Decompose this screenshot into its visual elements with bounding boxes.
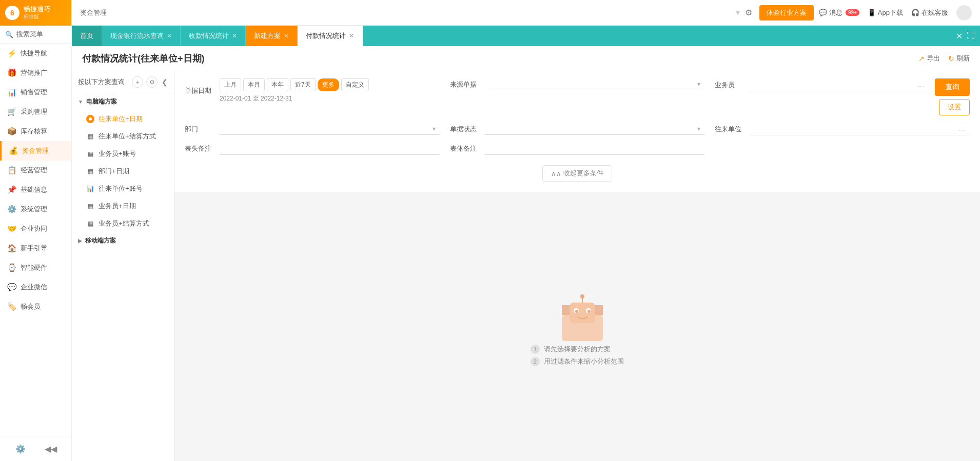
tab-home[interactable]: 首页: [72, 26, 102, 46]
online-service-button[interactable]: 🎧 在线客服: [911, 8, 948, 17]
scheme-panel-header: 按以下方案查询 ＋ ⚙ ❮: [72, 71, 174, 93]
sidebar-item-purchase-label: 采购管理: [21, 107, 47, 116]
scheme-item-unit-account-icon: 📊: [86, 185, 94, 193]
tab-payment-stats[interactable]: 付款情况统计 ✕: [298, 26, 363, 46]
filter-source-select[interactable]: ▾: [485, 78, 705, 90]
sidebar-title-wrap: 畅捷通巧 标准版: [24, 5, 50, 21]
filter-area: 单据日期 上月 本月 本年 近7天 更多 自定义 2022-01-01 至 20…: [174, 71, 980, 192]
filter-bodynote-input[interactable]: [485, 143, 705, 155]
date-last-month[interactable]: 上月: [220, 78, 241, 91]
sidebar-item-operation[interactable]: 📋 经营管理: [0, 161, 71, 180]
scheme-group-desktop[interactable]: ▼ 电脑端方案: [72, 93, 174, 110]
filter-dept-select[interactable]: ▾: [220, 123, 440, 135]
date-last-7days[interactable]: 近7天: [290, 78, 316, 91]
sidebar-item-sales[interactable]: 📊 销售管理: [0, 83, 71, 102]
sidebar-item-purchase[interactable]: 🛒 采购管理: [0, 102, 71, 122]
empty-hint-1-text: 请先选择要分析的方案: [544, 345, 611, 354]
payment-stats-tab-label: 付款情况统计: [306, 31, 346, 41]
sidebar-item-newbie[interactable]: 🏠 新手引导: [0, 238, 71, 258]
payment-stats-tab-close[interactable]: ✕: [349, 32, 354, 39]
filter-headnote-input[interactable]: [220, 143, 440, 155]
app-download-button[interactable]: 📱 App下载: [868, 8, 903, 17]
scheme-panel-icons: ＋ ⚙: [132, 76, 158, 88]
empty-hint-1: 1 请先选择要分析的方案: [531, 345, 624, 354]
scheme-group-mobile[interactable]: ▶ 移动端方案: [72, 232, 174, 249]
svg-rect-1: [570, 303, 595, 323]
sidebar-item-member-label: 畅会员: [21, 302, 41, 311]
filter-partner-select[interactable]: …: [750, 123, 970, 135]
scheme-item-unit-account[interactable]: 📊 往来单位+账号: [72, 180, 174, 197]
filter-staff-select[interactable]: …: [750, 78, 929, 91]
topbar: 资金管理 ▾ ⚙ 体验行业方案 💬 消息 99+ 📱 App下载 🎧 在线客服: [72, 0, 980, 26]
topbar-settings-icon[interactable]: ⚙: [745, 8, 752, 17]
messages-button[interactable]: 💬 消息 99+: [819, 8, 859, 17]
sidebar-settings-icon[interactable]: ⚙️: [13, 442, 28, 456]
page-title: 付款情况统计(往来单位+日期): [82, 52, 205, 65]
receipts-tab-close[interactable]: ✕: [232, 32, 237, 39]
main-area: 资金管理 ▾ ⚙ 体验行业方案 💬 消息 99+ 📱 App下载 🎧 在线客服 …: [72, 0, 980, 461]
sidebar-item-wechat[interactable]: 💬 企业微信: [0, 277, 71, 297]
scheme-item-unit-date-radio: [86, 115, 94, 123]
svg-point-4: [575, 310, 578, 313]
filter-partner-label: 往来单位: [715, 125, 746, 134]
sidebar-header: 6 畅捷通巧 标准版: [0, 0, 71, 26]
filter-docstatus-select[interactable]: ▾: [485, 123, 705, 135]
date-more[interactable]: 更多: [318, 78, 339, 91]
scheme-item-unit-settlement[interactable]: ▦ 往来单位+结算方式: [72, 128, 174, 145]
export-button[interactable]: ↗ 导出: [918, 54, 940, 63]
date-range-text: 2022-01-01 至 2022-12-31: [220, 94, 369, 103]
empty-hint-2: 2 用过滤条件来缩小分析范围: [531, 357, 624, 366]
sidebar-item-collab[interactable]: 🤝 企业协同: [0, 219, 71, 238]
sidebar-item-sales-label: 销售管理: [21, 88, 47, 97]
sidebar-item-finance[interactable]: 💰 资金管理: [0, 141, 71, 161]
filter-partner-dots[interactable]: …: [958, 125, 966, 133]
scheme-item-staff-account[interactable]: ▦ 业务员+账号: [72, 145, 174, 163]
scheme-item-unit-account-label: 往来单位+账号: [99, 184, 143, 193]
user-avatar[interactable]: [956, 5, 972, 21]
cashflow-tab-close[interactable]: ✕: [167, 32, 172, 39]
sidebar-item-hardware[interactable]: ⌚ 智能硬件: [0, 258, 71, 277]
filter-staff-field: 业务员 …: [715, 78, 929, 91]
scheme-item-staff-settlement[interactable]: ▦ 业务员+结算方式: [72, 215, 174, 232]
scheme-item-staff-settlement-label: 业务员+结算方式: [99, 219, 149, 228]
refresh-button[interactable]: ↻ 刷新: [948, 54, 970, 63]
tab-receipts[interactable]: 收款情况统计 ✕: [181, 26, 246, 46]
scheme-item-staff-account-label: 业务员+账号: [99, 149, 136, 158]
scheme-item-staff-date[interactable]: ▦ 业务员+日期: [72, 197, 174, 215]
sidebar-nav: ⚡ 快捷导航 🎁 营销推广 📊 销售管理 🛒 采购管理 📦 库存核算 💰 资金管…: [0, 44, 71, 436]
scheme-panel-collapse-icon[interactable]: ❮: [162, 78, 168, 86]
filter-headnote-label: 表头备注: [185, 144, 215, 153]
sidebar-item-member[interactable]: 🏷️ 畅会员: [0, 297, 71, 316]
scheme-item-staff-settlement-icon: ▦: [86, 219, 94, 228]
sidebar-item-system[interactable]: ⚙️ 系统管理: [0, 199, 71, 219]
collapse-conditions-button[interactable]: ∧∧ 收起更多条件: [542, 165, 612, 182]
hardware-icon: ⌚: [7, 263, 16, 272]
sidebar-item-basic[interactable]: 📌 基础信息: [0, 180, 71, 199]
sidebar-item-inventory[interactable]: 📦 库存核算: [0, 122, 71, 141]
svg-point-5: [587, 310, 591, 313]
filter-docstatus-arrow: ▾: [697, 125, 700, 132]
tab-new-scheme[interactable]: 新建方案 ✕: [246, 26, 298, 46]
scheme-add-icon[interactable]: ＋: [132, 76, 143, 88]
new-scheme-tab-close[interactable]: ✕: [284, 32, 289, 39]
filter-staff-dots[interactable]: …: [917, 81, 925, 89]
sidebar-search-item[interactable]: 🔍 搜索菜单: [0, 26, 71, 44]
scheme-item-unit-date[interactable]: 往来单位+日期: [72, 110, 174, 128]
date-this-month[interactable]: 本月: [243, 78, 265, 91]
tab-cashflow[interactable]: 现金银行流水查询 ✕: [102, 26, 181, 46]
tab-maximize-icon[interactable]: ⛶: [967, 31, 975, 41]
trial-button[interactable]: 体验行业方案: [759, 5, 814, 21]
filter-settings-button[interactable]: 设置: [939, 99, 970, 115]
scheme-settings-icon[interactable]: ⚙: [146, 76, 158, 88]
sidebar-item-marketing[interactable]: 🎁 营销推广: [0, 63, 71, 83]
sidebar-collapse-icon[interactable]: ◀◀: [44, 442, 58, 456]
date-this-year[interactable]: 本年: [267, 78, 288, 91]
query-button[interactable]: 查询: [935, 78, 970, 96]
scheme-item-dept-date[interactable]: ▦ 部门+日期: [72, 163, 174, 180]
filter-dept-field: 部门 ▾: [185, 123, 440, 135]
date-custom[interactable]: 自定义: [341, 78, 369, 91]
sidebar-item-quicknav[interactable]: ⚡ 快捷导航: [0, 44, 71, 63]
app-download-label: App下载: [878, 8, 903, 17]
filter-dept-label: 部门: [185, 125, 215, 134]
tab-close-all-icon[interactable]: ✕: [956, 31, 963, 41]
